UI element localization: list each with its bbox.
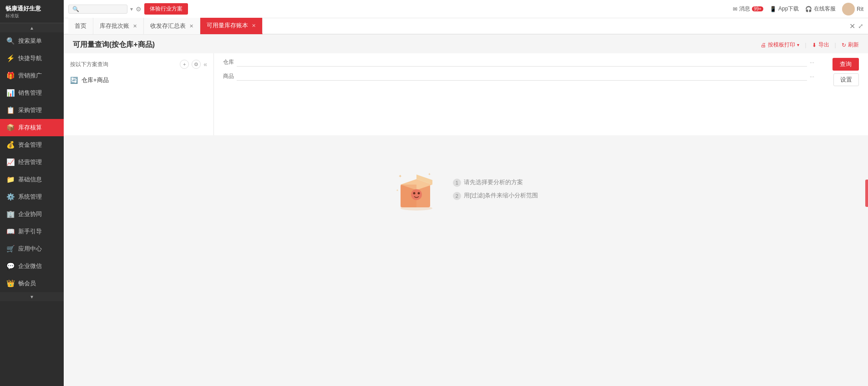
tab-expand-btn[interactable]: ⤢ [858,22,863,30]
page-header: 可用量查询(按仓库+商品) 🖨 按模板打印 ▾ | ⬇ 导出 | ↻ 刷新 [64,35,868,53]
sidebar: 畅康通好生意 标准版 ▲ 🔍 搜索菜单 ⚡ 快捷导航 🎁 营销推广 📊 销售管理… [0,0,64,386]
print-btn[interactable]: 🖨 按模板打印 ▾ [761,41,799,49]
topbar: 🔍 ▾ ⚙ 体验行业方案 ✉ 消息 99+ 📱 App下载 🎧 在线客服 Rit [64,0,868,18]
marketing-icon: 🎁 [6,72,15,80]
topbar-gear-icon[interactable]: ⚙ [136,5,142,13]
svg-text:✦: ✦ [428,172,431,176]
empty-tip-1: 1 请先选择要分析的方案 [453,178,538,187]
sidebar-item-apps[interactable]: 🛒 应用中心 [0,240,64,257]
tabs-bar: 首页 库存批次账 ✕ 收发存汇总表 ✕ 可用量库存账本 ✕ ✕ ⤢ [64,18,868,35]
wechat-icon: 💬 [6,262,15,270]
user-avatar-group[interactable]: Rit [842,3,863,15]
filter-field-product: 商品 ··· [223,72,814,81]
filter-field-warehouse: 仓库 ··· [223,58,814,67]
tab-batch-ledger[interactable]: 库存批次账 ✕ [93,18,144,34]
page-header-actions: 🖨 按模板打印 ▾ | ⬇ 导出 | ↻ 刷新 [761,41,859,49]
member-icon: 👑 [6,279,15,288]
basic-icon: 📁 [6,175,15,184]
sidebar-scroll-down[interactable]: ▼ [0,292,64,301]
sidebar-logo: 畅康通好生意 标准版 [0,0,64,23]
sidebar-item-enterprise[interactable]: 🏢 企业协同 [0,206,64,223]
sidebar-item-quick-nav[interactable]: ⚡ 快捷导航 [0,50,64,67]
tab-home[interactable]: 首页 [68,18,93,34]
finance-icon: 💰 [6,141,15,149]
right-scroll-hint [865,180,868,207]
message-group[interactable]: ✉ 消息 99+ [733,5,763,13]
message-icon: ✉ [733,6,737,12]
sidebar-item-purchase[interactable]: 📋 采购管理 [0,102,64,119]
sidebar-item-marketing[interactable]: 🎁 营销推广 [0,67,64,84]
filter-scheme-item-warehouse-product[interactable]: 🔄 仓库+商品 [64,72,213,88]
content-area: 可用量查询(按仓库+商品) 🖨 按模板打印 ▾ | ⬇ 导出 | ↻ 刷新 [64,35,868,386]
main-area: 🔍 ▾ ⚙ 体验行业方案 ✉ 消息 99+ 📱 App下载 🎧 在线客服 Rit [64,0,868,386]
user-name: Rit [857,6,863,12]
message-badge: 99+ [752,6,763,11]
tab-collect-summary[interactable]: 收发存汇总表 ✕ [144,18,200,34]
product-input[interactable] [237,72,807,81]
warehouse-input[interactable] [237,58,807,67]
scheme-add-btn[interactable]: + [180,60,189,69]
tab-collect-summary-close[interactable]: ✕ [189,23,193,29]
topbar-search-box[interactable]: 🔍 [68,5,127,14]
settings-btn[interactable]: 设置 [833,73,859,86]
empty-tips: 1 请先选择要分析的方案 2 用[过滤]条件来缩小分析范围 [453,178,538,200]
sidebar-scroll-up[interactable]: ▲ [0,23,64,32]
logo-title: 畅康通好生意 [5,5,58,13]
tabs-right-actions: ✕ ⤢ [849,22,863,31]
svg-point-6 [413,192,415,195]
empty-icon: ✦ ✦ ✦ [394,166,439,212]
quick-nav-icon: ⚡ [6,54,15,62]
filter-scheme-label: 按以下方案查询 [70,61,108,68]
service-icon: 🎧 [805,6,812,12]
empty-state: ✦ ✦ ✦ 1 请先选择要分析的方案 2 用[过滤]条件来缩小分析范围 [64,139,868,230]
warehouse-label: 仓库 [223,58,234,66]
system-icon: ⚙️ [6,193,15,201]
query-btn[interactable]: 查询 [832,58,859,71]
filter-collapse-btn[interactable]: « [203,60,207,69]
sidebar-item-finance[interactable]: 💰 资金管理 [0,136,64,154]
page-title: 可用量查询(按仓库+商品) [73,40,155,50]
tab-close-all-btn[interactable]: ✕ [849,22,855,31]
svg-point-5 [411,189,422,200]
filter-left-header: 按以下方案查询 + ⚙ « [64,58,213,72]
empty-state-inner: ✦ ✦ ✦ 1 请先选择要分析的方案 2 用[过滤]条件来缩小分析范围 [394,166,538,212]
export-btn[interactable]: ⬇ 导出 [812,41,829,49]
filter-scheme-panel: 按以下方案查询 + ⚙ « 🔄 仓库+商品 [64,53,214,135]
sidebar-item-member[interactable]: 👑 畅会员 [0,275,64,292]
sidebar-item-newbie[interactable]: 📖 新手引导 [0,223,64,240]
topbar-search-input[interactable] [81,6,122,12]
tab-available-ledger-close[interactable]: ✕ [252,23,256,29]
product-label: 商品 [223,72,234,80]
scheme-item-icon: 🔄 [70,77,78,84]
sidebar-item-wechat[interactable]: 💬 企业微信 [0,257,64,275]
filter-left-action-group: + ⚙ « [180,60,207,69]
svg-text:✦: ✦ [396,189,399,192]
print-icon: 🖨 [761,42,766,48]
logo-sub: 标准版 [5,13,58,19]
topbar-chevron-icon[interactable]: ▾ [130,6,133,12]
filter-panel: 按以下方案查询 + ⚙ « 🔄 仓库+商品 仓库 [64,53,868,135]
product-more-btn[interactable]: ··· [810,73,814,80]
tab-available-ledger[interactable]: 可用量库存账本 ✕ [200,18,263,34]
app-download-group[interactable]: 📱 App下载 [770,5,799,13]
industry-btn[interactable]: 体验行业方案 [144,3,188,15]
filter-fields-panel: 仓库 ··· 商品 ··· [214,53,823,135]
refresh-icon: ↻ [842,42,846,48]
service-group[interactable]: 🎧 在线客服 [805,5,836,13]
scheme-item-label: 仓库+商品 [81,76,109,84]
filter-row-warehouse: 仓库 ··· [223,58,814,67]
sidebar-item-inventory[interactable]: 📦 库存核算 [0,119,64,136]
scheme-settings-btn[interactable]: ⚙ [192,60,201,69]
tab-batch-ledger-close[interactable]: ✕ [133,23,137,29]
sidebar-item-operation[interactable]: 📈 经营管理 [0,154,64,171]
refresh-btn[interactable]: ↻ 刷新 [842,41,859,49]
warehouse-more-btn[interactable]: ··· [810,59,814,66]
sidebar-item-basic[interactable]: 📁 基础信息 [0,171,64,188]
empty-tip-2: 2 用[过滤]条件来缩小分析范围 [453,191,538,200]
sidebar-item-sales[interactable]: 📊 销售管理 [0,84,64,102]
filter-row-product: 商品 ··· [223,72,814,81]
sidebar-item-search[interactable]: 🔍 搜索菜单 [0,32,64,50]
sidebar-item-system[interactable]: ⚙️ 系统管理 [0,188,64,206]
search-icon: 🔍 [6,37,15,45]
filter-actions: 查询 设置 [823,53,868,135]
